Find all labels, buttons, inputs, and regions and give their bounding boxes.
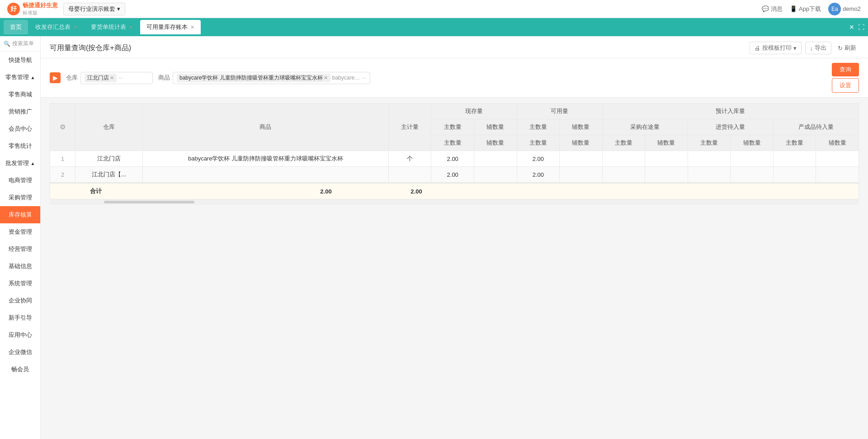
sidebar-item-enterprise-collab[interactable]: 企业协同 — [0, 292, 40, 309]
printer-icon: 🖨 — [755, 45, 760, 52]
logo-icon: 好 — [7, 3, 20, 15]
message-button[interactable]: 💬 消息 — [762, 5, 783, 13]
sidebar-item-retail-stats[interactable]: 零售统计 — [0, 137, 40, 155]
print-label: 按模板打印 — [762, 44, 792, 52]
tag-close-icon[interactable]: ✕ — [110, 75, 114, 81]
sidebar-item-wholesale-mgmt[interactable]: 批发管理 ▲ — [0, 155, 40, 172]
warehouse-tag-input[interactable]: 江北门店 ✕ ··· — [80, 72, 153, 84]
query-button[interactable]: 查询 — [832, 63, 859, 76]
product-filter: 商品 babycare学饮杯 儿童防摔防撞吸管杯重力球吸嘴杯宝宝水杯 ✕ bab… — [158, 72, 370, 84]
sidebar-item-ecommerce[interactable]: 电商管理 — [0, 172, 40, 189]
product-ellipsis: ··· — [362, 75, 366, 81]
logo-text: 畅捷通好生意 标准版 — [23, 1, 58, 16]
sidebar-item-member-center[interactable]: 会员中心 — [0, 120, 40, 137]
th-settings[interactable]: ⚙ — [50, 104, 75, 151]
th-product-aux: 辅数量 — [816, 135, 859, 151]
scroll-thumb[interactable] — [104, 201, 194, 203]
nav-tabs: 首页 收发存汇总表 ✕ 要货单统计表 ✕ 可用量库存账本 ✕ ✕ ⛶ — [0, 18, 868, 36]
row-unit: 个 — [388, 151, 431, 167]
sidebar-item-purchase[interactable]: 采购管理 — [0, 189, 40, 206]
product-more-tag: babycare… — [332, 75, 360, 81]
refresh-label: 刷新 — [844, 44, 856, 52]
user-avatar-area[interactable]: Ea demo2 — [828, 3, 861, 15]
th-product: 商品 — [143, 104, 389, 151]
tab-close-icon[interactable]: ✕ — [190, 24, 194, 30]
export-label: 导出 — [815, 44, 826, 52]
industry-name: 母婴行业演示账套 — [68, 5, 115, 13]
row-avail-aux — [560, 167, 603, 183]
sidebar-item-finance[interactable]: 资金管理 — [0, 223, 40, 241]
maximize-icon[interactable]: ⛶ — [858, 24, 864, 31]
filter-action-buttons: 查询 设置 — [832, 63, 859, 93]
tab-receivables-summary[interactable]: 收发存汇总表 ✕ — [29, 20, 84, 34]
tab-home-label: 首页 — [10, 23, 22, 31]
th-incoming-goods-group: 进货待入量 — [688, 119, 773, 135]
product-tag-input[interactable]: babycare学饮杯 儿童防摔防撞吸管杯重力球吸嘴杯宝宝水杯 ✕ babyca… — [173, 72, 370, 84]
search-icon: 🔍 — [4, 41, 10, 47]
row-avail-main: 2.00 — [517, 151, 560, 167]
sidebar-item-operations[interactable]: 经营管理 — [0, 241, 40, 258]
chevron-up-icon: ▲ — [31, 75, 35, 80]
print-button[interactable]: 🖨 按模板打印 ▾ — [750, 42, 802, 54]
refresh-button[interactable]: ↻ 刷新 — [835, 42, 859, 54]
export-button[interactable]: ↓ 导出 — [805, 42, 832, 54]
sidebar-item-enterprise-wechat[interactable]: 企业微信 — [0, 344, 40, 361]
product-label: 商品 — [158, 74, 170, 82]
refresh-icon: ↻ — [838, 45, 843, 52]
sidebar-item-system-mgmt[interactable]: 系统管理 — [0, 275, 40, 292]
th-purchase-aux: 辅数量 — [645, 135, 688, 151]
minimize-icon[interactable]: ✕ — [849, 24, 854, 31]
industry-selector[interactable]: 母婴行业演示账套 ▾ — [63, 3, 125, 15]
sidebar-item-quick-nav[interactable]: 快捷导航 — [0, 52, 40, 69]
tab-close-icon[interactable]: ✕ — [73, 24, 77, 30]
app-download-button[interactable]: 📱 App下载 — [790, 5, 821, 13]
tab-home[interactable]: 首页 — [4, 20, 28, 34]
tab-available-inventory[interactable]: 可用量库存账本 ✕ — [140, 20, 201, 34]
sidebar-item-new-guide[interactable]: 新手引导 — [0, 309, 40, 326]
setting-button[interactable]: 设置 — [832, 78, 859, 93]
warehouse-filter: 仓库 江北门店 ✕ ··· — [66, 72, 153, 84]
row-product-aux — [816, 167, 859, 183]
th-stock-main-2: 主数量 — [431, 135, 474, 151]
th-product-pending-group: 产成品待入量 — [773, 119, 859, 135]
row-incoming-main — [688, 151, 731, 167]
row-avail-main: 2.00 — [517, 167, 560, 183]
sidebar-item-basic-info[interactable]: 基础信息 — [0, 258, 40, 275]
member-label: 畅会员 — [11, 365, 29, 373]
horizontal-scrollbar[interactable] — [50, 199, 859, 205]
purchase-label: 采购管理 — [9, 194, 32, 202]
sidebar-item-retail-store[interactable]: 零售商城 — [0, 86, 40, 103]
sidebar-item-inventory[interactable]: 库存核算 — [0, 206, 40, 223]
th-estimated-in-group: 预计入库量 — [602, 104, 859, 119]
settings-icon: ⚙ — [60, 123, 66, 131]
sidebar-item-retail-mgmt[interactable]: 零售管理 ▲ — [0, 69, 40, 86]
warehouse-label: 仓库 — [66, 74, 78, 82]
filter-row: ▶ 仓库 江北门店 ✕ ··· 商品 babycare学饮杯 儿童防摔防撞吸管杯… — [41, 58, 868, 98]
sidebar-item-member[interactable]: 畅会员 — [0, 361, 40, 378]
tag-close-icon[interactable]: ✕ — [324, 75, 328, 81]
search-menu-label: 搜索菜单 — [12, 40, 34, 47]
table-footer: 合计 2.00 2.00 — [50, 183, 859, 199]
row-incoming-aux — [731, 151, 774, 167]
search-menu-button[interactable]: 🔍 搜索菜单 — [0, 36, 40, 52]
data-table: ⚙ 仓库 商品 主计量 现存量 可用量 预计入库量 主数量 辅数量 主数量 辅数… — [50, 103, 859, 183]
tab-purchase-stats[interactable]: 要货单统计表 ✕ — [85, 20, 139, 34]
footer-stock-main: 2.00 — [303, 188, 349, 195]
product-tag-text: babycare学饮杯 儿童防摔防撞吸管杯重力球吸嘴杯宝宝水杯 — [179, 74, 323, 82]
tab-controls: ✕ ⛶ — [849, 24, 864, 31]
marketing-label: 营销推广 — [9, 108, 32, 116]
th-avail-aux: 辅数量 — [560, 119, 603, 135]
member-center-label: 会员中心 — [9, 125, 32, 133]
sidebar-item-app-center[interactable]: 应用中心 — [0, 326, 40, 344]
th-avail-main-2: 主数量 — [517, 135, 560, 151]
th-warehouse: 仓库 — [75, 104, 143, 151]
expand-filter-button[interactable]: ▶ — [50, 72, 61, 83]
finance-label: 资金管理 — [9, 228, 32, 236]
row-product-aux — [816, 151, 859, 167]
tab-close-icon[interactable]: ✕ — [129, 24, 133, 30]
sidebar-item-marketing[interactable]: 营销推广 — [0, 103, 40, 120]
chevron-down-icon: ▲ — [31, 161, 35, 166]
footer-avail-main: 2.00 — [394, 188, 439, 195]
row-product-main — [773, 151, 816, 167]
th-available-group: 可用量 — [517, 104, 602, 119]
